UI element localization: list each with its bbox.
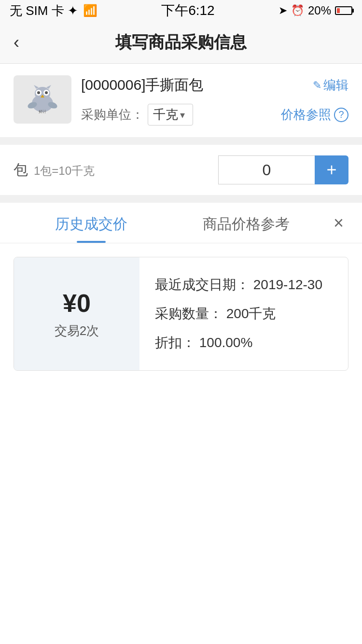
qty-label: 采购数量： [155,306,223,321]
price-ref-label: 价格参照 [281,106,331,123]
qty-value: 200千克 [226,306,276,321]
qty-unit: 包 [14,160,28,180]
page-title: 填写商品采购信息 [115,31,247,54]
product-logo-icon: 鲜计 [26,85,59,114]
tab-history-label: 历史成交价 [55,216,127,232]
tabs-header: 历史成交价 商品价格参考 × [0,203,362,243]
date-label: 最近成交日期： [155,277,250,292]
price-detail-discount: 折扣： 100.00% [155,333,333,353]
nav-bar: ‹ 填写商品采购信息 [0,21,362,64]
quantity-controls: + [218,155,348,184]
quantity-label: 包 1包=10千克 [14,160,95,180]
unit-value: 千克 [153,106,178,123]
quantity-plus-button[interactable]: + [315,155,348,184]
quantity-input[interactable] [218,155,315,184]
trade-count: 交易2次 [55,322,99,339]
battery-percent: 20% [308,4,331,17]
edit-icon: ✎ [313,79,321,92]
tab-active-underline [77,241,106,243]
sim-status: 无 SIM 卡 ✦ [10,2,78,19]
quantity-row: 包 1包=10千克 + [0,145,362,195]
price-amount: ¥0 [63,289,91,318]
status-time: 下午6:12 [161,1,215,20]
tab-close-button[interactable]: × [329,208,348,238]
battery-fill [337,8,340,13]
alarm-icon: ⏰ [291,4,304,17]
price-info-section: ¥0 交易2次 最近成交日期： 2019-12-30 采购数量： 200千克 折… [0,243,362,384]
status-left: 无 SIM 卡 ✦ 📶 [10,2,97,19]
dropdown-icon: ▾ [180,109,185,121]
tabs-section: 历史成交价 商品价格参考 × ¥0 交易2次 最近成交日期： 2019-12-3… [0,203,362,384]
unit-label-text: 采购单位： [81,106,144,123]
svg-point-4 [37,91,40,94]
status-bar: 无 SIM 卡 ✦ 📶 下午6:12 ➤ ⏰ 20% [0,0,362,21]
svg-point-5 [45,91,48,94]
price-detail-qty: 采购数量： 200千克 [155,304,333,324]
discount-label: 折扣： [155,335,195,350]
product-name-row: [0000006]手撕面包 ✎ 编辑 [81,75,348,95]
tab-price-ref-label: 商品价格参考 [203,216,290,232]
price-detail-date: 最近成交日期： 2019-12-30 [155,275,333,295]
status-right: ➤ ⏰ 20% [278,4,352,17]
price-details: 最近成交日期： 2019-12-30 采购数量： 200千克 折扣： 100.0… [139,257,348,370]
edit-label: 编辑 [323,77,348,94]
wifi-icon: 📶 [83,4,97,17]
unit-row: 采购单位： 千克 ▾ 价格参照 ? [81,104,348,126]
qty-conversion: 1包=10千克 [34,163,95,179]
edit-button[interactable]: ✎ 编辑 [313,77,348,94]
help-icon: ? [334,108,348,122]
section-divider-1 [0,137,362,145]
price-summary: ¥0 交易2次 [14,257,139,370]
svg-text:鲜计: 鲜计 [39,110,46,114]
tab-history-price[interactable]: 历史成交价 [14,203,168,243]
product-image: 鲜计 [14,75,71,124]
product-card: 鲜计 [0000006]手撕面包 ✎ 编辑 采购单位： 千克 ▾ 价格参照 ? [0,64,362,137]
battery-icon [335,6,352,15]
main-background [0,384,362,644]
back-button[interactable]: ‹ [14,32,19,53]
unit-label: 采购单位： 千克 ▾ [81,104,193,126]
product-info: [0000006]手撕面包 ✎ 编辑 采购单位： 千克 ▾ 价格参照 ? [81,75,348,126]
price-ref-button[interactable]: 价格参照 ? [281,106,348,123]
unit-select-dropdown[interactable]: 千克 ▾ [148,104,193,126]
discount-value: 100.00% [199,335,253,350]
product-name: [0000006]手撕面包 [81,75,203,95]
date-value: 2019-12-30 [253,277,322,292]
tab-price-ref[interactable]: 商品价格参考 [168,203,323,243]
price-info-card: ¥0 交易2次 最近成交日期： 2019-12-30 采购数量： 200千克 折… [14,257,348,371]
location-icon: ➤ [278,4,287,17]
